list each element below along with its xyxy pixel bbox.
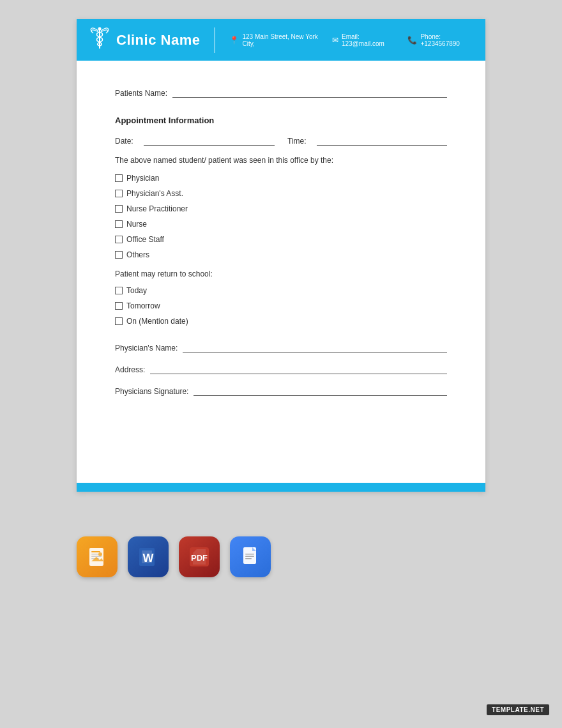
- checkbox-tomorrow-label: Tomorrow: [126, 301, 160, 310]
- svg-rect-15: [245, 556, 254, 557]
- checkbox-nurse: Nurse: [115, 220, 447, 229]
- checkbox-physician-asst-label: Physician's Asst.: [126, 189, 183, 198]
- header-divider: [214, 27, 215, 53]
- patient-name-row: Patients Name:: [115, 86, 447, 98]
- phone-icon: 📞: [407, 36, 417, 45]
- checkbox-nurse-practitioner: Nurse Practitioner: [115, 204, 447, 213]
- bottom-spacer: [115, 406, 447, 457]
- address-text: 123 Main Street, New York City,: [242, 33, 319, 47]
- location-icon: 📍: [229, 36, 239, 45]
- physician-name-line[interactable]: [183, 341, 447, 353]
- checkbox-today: Today: [115, 286, 447, 295]
- email-contact: ✉ Email: 123@mail.com: [332, 33, 395, 47]
- address-contact: 📍 123 Main Street, New York City,: [229, 33, 319, 47]
- document-header: Clinic Name 📍 123 Main Street, New York …: [77, 19, 485, 61]
- date-label: Date:: [115, 137, 133, 146]
- document-card: Clinic Name 📍 123 Main Street, New York …: [77, 19, 485, 492]
- seen-by-text: The above named student/ patient was see…: [115, 156, 447, 165]
- checkbox-others-label: Others: [126, 250, 149, 259]
- checkbox-on-date-box[interactable]: [115, 317, 123, 325]
- header-contact: 📍 123 Main Street, New York City, ✉ Emai…: [229, 33, 473, 47]
- word-app-icon[interactable]: W: [128, 536, 169, 577]
- checkbox-tomorrow: Tomorrow: [115, 301, 447, 310]
- patient-name-label: Patients Name:: [115, 89, 167, 98]
- logo-area: Clinic Name: [89, 27, 200, 53]
- checkbox-physician-label: Physician: [126, 174, 159, 183]
- checkbox-nurse-label: Nurse: [126, 220, 147, 229]
- checkbox-nurse-practitioner-box[interactable]: [115, 205, 123, 213]
- checkbox-others: Others: [115, 250, 447, 259]
- date-line[interactable]: [144, 134, 275, 146]
- checkbox-today-label: Today: [126, 286, 147, 295]
- checkbox-office-staff: Office Staff: [115, 235, 447, 244]
- document-footer: [77, 483, 485, 492]
- time-line[interactable]: [317, 134, 447, 146]
- svg-rect-14: [245, 554, 254, 555]
- checkbox-physician-asst-box[interactable]: [115, 190, 123, 197]
- time-group: Time:: [287, 134, 447, 146]
- seen-by-checkboxes: Physician Physician's Asst. Nurse Practi…: [115, 174, 447, 259]
- appointment-section-title: Appointment Information: [115, 116, 447, 125]
- physician-name-row: Physician's Name:: [115, 341, 447, 353]
- return-label: Patient may return to school:: [115, 269, 447, 278]
- checkbox-physician-box[interactable]: [115, 174, 123, 182]
- svg-rect-3: [91, 551, 100, 552]
- checkbox-on-date: On (Mention date): [115, 317, 447, 326]
- phone-contact: 📞 Phone: +1234567890: [407, 33, 473, 47]
- svg-rect-16: [245, 558, 252, 559]
- checkbox-nurse-box[interactable]: [115, 220, 123, 228]
- watermark: TEMPLATE.NET: [487, 704, 549, 715]
- checkbox-tomorrow-box[interactable]: [115, 302, 123, 310]
- svg-point-1: [98, 27, 102, 31]
- checkbox-office-staff-label: Office Staff: [126, 235, 164, 244]
- svg-point-7: [98, 552, 102, 556]
- phone-text: Phone: +1234567890: [420, 33, 473, 47]
- signature-label: Physicians Signature:: [115, 387, 188, 396]
- time-label: Time:: [287, 137, 307, 146]
- checkbox-on-date-label: On (Mention date): [126, 317, 188, 326]
- email-icon: ✉: [332, 36, 338, 45]
- document-body: Patients Name: Appointment Information D…: [77, 61, 485, 483]
- checkbox-others-box[interactable]: [115, 251, 123, 259]
- clinic-name: Clinic Name: [116, 32, 200, 49]
- date-time-row: Date: Time:: [115, 134, 447, 146]
- caduceus-icon: [89, 27, 110, 53]
- patient-name-line[interactable]: [172, 86, 447, 98]
- docs-app-icon[interactable]: [230, 536, 271, 577]
- checkbox-physician-asst: Physician's Asst.: [115, 189, 447, 198]
- checkbox-office-staff-box[interactable]: [115, 236, 123, 243]
- signature-line[interactable]: [194, 384, 447, 396]
- address-label: Address:: [115, 365, 145, 374]
- app-icons-section: W PDF: [0, 517, 562, 590]
- svg-text:W: W: [143, 552, 154, 565]
- pdf-app-icon[interactable]: PDF: [179, 536, 220, 577]
- physician-name-label: Physician's Name:: [115, 344, 178, 353]
- checkbox-physician: Physician: [115, 174, 447, 183]
- checkbox-today-box[interactable]: [115, 287, 123, 294]
- pages-app-icon[interactable]: [77, 536, 118, 577]
- signature-section: Physician's Name: Address: Physicians Si…: [115, 341, 447, 396]
- email-text: Email: 123@mail.com: [342, 33, 395, 47]
- signature-row: Physicians Signature:: [115, 384, 447, 396]
- return-checkboxes: Today Tomorrow On (Mention date): [115, 286, 447, 326]
- address-row: Address:: [115, 363, 447, 374]
- date-group: Date:: [115, 134, 275, 146]
- checkbox-nurse-practitioner-label: Nurse Practitioner: [126, 204, 188, 213]
- address-line[interactable]: [150, 363, 447, 374]
